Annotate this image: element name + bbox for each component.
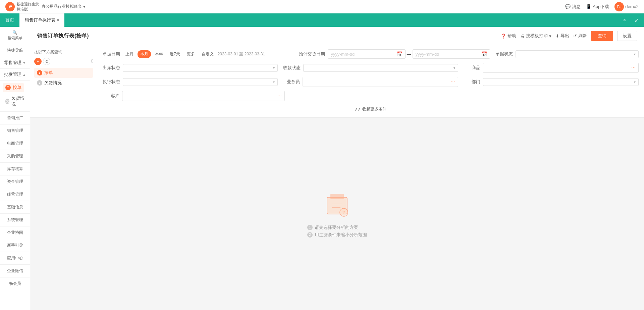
filter-item-exec-status: 执行状态 ▾ <box>103 78 278 86</box>
filter-scheme-title: 按以下方案查询 <box>34 49 62 55</box>
scheme-order-icon: 单 <box>5 85 11 90</box>
hint-num-1: 1 <box>307 225 313 230</box>
empty-svg-icon: ? <box>320 189 354 219</box>
tab-bar: 首页 销售订单执行表 × × ⤢ <box>0 13 644 27</box>
sidebar-item-search[interactable]: 🔍 搜索菜单 <box>0 27 30 44</box>
empty-hint-1: 1 请先选择要分析的方案 <box>307 224 367 230</box>
refresh-button[interactable]: ↺ 刷新 <box>573 33 587 39</box>
tab-bar-actions: × ⤢ <box>620 15 644 25</box>
scheme-debt[interactable]: 欠 欠货情况 <box>3 94 27 109</box>
scheme-debt-item[interactable]: ● 欠货情况 <box>34 78 93 88</box>
tab-sales-order-exec[interactable]: 销售订单执行表 × <box>19 13 64 27</box>
content-area: 销售订单执行表(按单) ❓ 帮助 🖨 按模板打印 ▾ ⬇ 导出 ↺ 刷新 <box>30 27 644 310</box>
help-button[interactable]: ❓ 帮助 <box>501 33 516 39</box>
logo-icon: 好 <box>5 2 15 11</box>
filter-item-order-status: 单据状态 ▾ <box>495 50 639 58</box>
delivery-label: 预计交货日期 <box>299 51 325 57</box>
collapse-scheme-button[interactable]: 《 <box>88 58 93 64</box>
goods-select[interactable]: ··· <box>483 63 639 73</box>
filter-item-department: 部门 ▾ <box>464 78 639 86</box>
date-btn-last-month[interactable]: 上月 <box>123 50 136 58</box>
help-icon: ❓ <box>501 34 506 39</box>
tab-home[interactable]: 首页 <box>0 13 19 27</box>
message-icon: 💬 <box>565 4 571 9</box>
receipt-status-label: 收款状态 <box>283 65 301 71</box>
sidebar-item-enterprise-wechat[interactable]: 企业微信 <box>0 265 30 277</box>
sidebar-item-marketing[interactable]: 营销推广 <box>0 112 30 124</box>
settings-button[interactable]: 设置 <box>617 31 637 41</box>
empty-illustration: ? <box>320 189 354 219</box>
receipt-status-chevron: ▾ <box>453 66 455 70</box>
order-status-select[interactable]: ▾ <box>516 50 639 58</box>
out-status-select[interactable]: ▾ <box>123 64 278 72</box>
message-action[interactable]: 💬 消息 <box>565 4 581 10</box>
sidebar-item-enterprise[interactable]: 企业协同 <box>0 226 30 239</box>
salesperson-label: 业务员 <box>283 79 300 85</box>
filter-item-delivery: 预计交货日期 yyyy-mm-dd 📅 — yyyy-mm-dd 📅 <box>299 49 490 59</box>
sidebar-item-wholesale[interactable]: 批发管理 ▲ <box>0 69 30 81</box>
goods-dots: ··· <box>631 65 636 71</box>
customer-label: 客户 <box>103 93 119 99</box>
date-btn-more[interactable]: 更多 <box>184 50 198 58</box>
filter-item-date: 单据日期 上月 本月 本年 近7天 更多 自定义 2023-03-01 至 20… <box>103 50 293 58</box>
avatar: Ea <box>614 2 624 11</box>
customer-select[interactable]: ··· <box>122 91 285 101</box>
filter-right: 单据日期 上月 本月 本年 近7天 更多 自定义 2023-03-01 至 20… <box>97 45 644 117</box>
app-download-icon: 📱 <box>586 4 591 9</box>
filter-item-receipt-status: 收款状态 ▾ <box>283 64 458 72</box>
tab-close-button[interactable]: × <box>620 15 629 25</box>
tab-expand-button[interactable]: ⤢ <box>632 15 641 25</box>
sidebar-item-purchase[interactable]: 采购管理 <box>0 150 30 163</box>
filter-scheme-panel: 单 按单 欠 欠货情况 <box>0 81 30 112</box>
date-range-text: 2023-03-01 至 2023-03-31 <box>218 51 265 57</box>
department-select[interactable]: ▾ <box>483 78 639 86</box>
department-chevron: ▾ <box>634 80 636 84</box>
delivery-date-range: yyyy-mm-dd 📅 — yyyy-mm-dd 📅 <box>328 49 490 59</box>
scheme-debt-dot: ● <box>37 80 42 86</box>
empty-state: ? 1 请先选择要分析的方案 2 用过滤条件来缩小分析范围 <box>30 118 644 310</box>
print-icon: 🖨 <box>520 34 525 39</box>
delivery-date-to[interactable]: yyyy-mm-dd 📅 <box>413 49 490 59</box>
sidebar-item-app-center[interactable]: 应用中心 <box>0 252 30 265</box>
date-btn-custom[interactable]: 自定义 <box>199 50 216 58</box>
sidebar-item-quick-nav[interactable]: 快捷导航 <box>0 44 30 57</box>
delivery-date-from[interactable]: yyyy-mm-dd 📅 <box>328 49 405 59</box>
export-icon: ⬇ <box>555 34 559 39</box>
user-action[interactable]: Ea demo2 <box>614 2 639 11</box>
collapse-more-button[interactable]: ∧∧ 收起更多条件 <box>103 105 639 113</box>
date-btn-this-year[interactable]: 本年 <box>152 50 166 58</box>
edit-scheme-button[interactable]: ⊙ <box>43 58 50 65</box>
sidebar-item-finance[interactable]: 资金管理 <box>0 175 30 188</box>
sidebar-item-sales[interactable]: 销售管理 <box>0 124 30 137</box>
sidebar-item-system[interactable]: 系统管理 <box>0 214 30 226</box>
logo-area: 好 畅捷通好生意 标准版 <box>5 2 39 11</box>
salesperson-dots: ··· <box>451 79 455 85</box>
retail-arrow-icon: ▼ <box>22 61 26 65</box>
breadcrumb: 办公用品行业模拟账套 ▾ <box>42 4 85 9</box>
sidebar-item-newbie[interactable]: 新手引导 <box>0 239 30 252</box>
query-button[interactable]: 查询 <box>591 31 613 41</box>
empty-text: 1 请先选择要分析的方案 2 用过滤条件来缩小分析范围 <box>307 224 367 239</box>
add-scheme-button[interactable]: + <box>34 58 42 65</box>
sidebar-item-member[interactable]: 畅会员 <box>0 277 30 290</box>
sidebar-item-inventory[interactable]: 库存核算 <box>0 163 30 175</box>
exec-status-select[interactable]: ▾ <box>123 78 278 86</box>
salesperson-select[interactable]: ··· <box>303 77 458 87</box>
date-btn-this-month[interactable]: 本月 <box>138 50 151 58</box>
app-download-action[interactable]: 📱 App下载 <box>586 4 609 10</box>
sidebar-item-retail[interactable]: 零售管理 ▼ <box>0 57 30 69</box>
sidebar-item-operations[interactable]: 经营管理 <box>0 188 30 201</box>
receipt-status-select[interactable]: ▾ <box>303 64 458 72</box>
calendar-from-icon: 📅 <box>397 51 402 57</box>
scheme-order-item[interactable]: ● 按单 <box>34 68 93 78</box>
order-status-label: 单据状态 <box>495 51 513 57</box>
date-btn-7days[interactable]: 近7天 <box>167 50 183 58</box>
scheme-order[interactable]: 单 按单 <box>3 83 24 92</box>
sidebar-item-ecommerce[interactable]: 电商管理 <box>0 137 30 150</box>
refresh-icon: ↺ <box>573 34 577 39</box>
template-print-button[interactable]: 🖨 按模板打印 ▾ <box>520 33 551 39</box>
page-title: 销售订单执行表(按单) <box>37 33 89 40</box>
filter-row-1: 单据日期 上月 本月 本年 近7天 更多 自定义 2023-03-01 至 20… <box>103 49 639 59</box>
sidebar-item-basic[interactable]: 基础信息 <box>0 201 30 214</box>
export-button[interactable]: ⬇ 导出 <box>555 33 569 39</box>
